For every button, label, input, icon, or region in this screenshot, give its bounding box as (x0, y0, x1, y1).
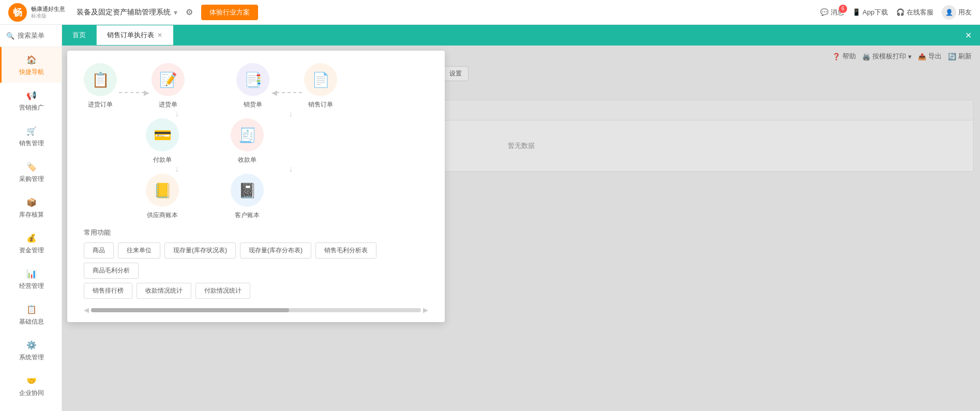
sidebar-item-system[interactable]: ⚙️ 系统管理 (0, 332, 62, 368)
system-icon: ⚙️ (25, 339, 38, 351)
workflow-node-sales-order[interactable]: 📄 销售订单 (304, 63, 337, 109)
sidebar-item-quick[interactable]: 🏠 快捷导航 (0, 47, 62, 83)
app-download-action[interactable]: 📱 App下载 (852, 8, 888, 17)
settings-button[interactable]: ⚙ (184, 5, 195, 19)
tabbar-close-button[interactable]: ✕ (957, 31, 980, 40)
func-btns-row1: 商品 往来单位 现存量(库存状况表) 现存量(库存分布表) 销售毛利分析表 商品… (84, 242, 428, 279)
sales-bill-circle: 📑 (236, 63, 269, 96)
workflow-diagram: 📋 进货订单 ▶ 📝 进货单 (84, 63, 428, 220)
logo-area: 畅 畅康通好生意 标准版 (8, 3, 70, 22)
func-btn-product-profit[interactable]: 商品毛利分析 (84, 263, 139, 279)
purchase-bill-label: 进货单 (159, 100, 177, 109)
common-functions-title: 常用功能 (84, 228, 428, 237)
sidebar-item-sales[interactable]: 🛒 销售管理 (0, 118, 62, 154)
workflow-node-purchase-bill[interactable]: 📝 进货单 (152, 63, 185, 109)
sales-order-circle: 📄 (304, 63, 337, 96)
func-btn-stock-dist[interactable]: 现存量(库存分布表) (240, 242, 311, 258)
topbar: 畅 畅康通好生意 标准版 装备及固定资产辅助管理系统 ▾ ⚙ 体验行业方案 💬 … (0, 0, 980, 25)
func-btn-stock-status[interactable]: 现存量(库存状况表) (164, 242, 236, 258)
main-content: 首页 销售订单执行表 ✕ ✕ ❓ 帮助 🖨️ 按模板打印 (62, 25, 980, 411)
sales-order-label: 销售订单 (308, 100, 333, 109)
workflow-node-payment[interactable]: 💳 付款单 (146, 118, 179, 164)
sidebar-item-inventory[interactable]: 📦 库存核算 (0, 190, 62, 225)
sidebar-item-purchase[interactable]: 🏷️ 采购管理 (0, 154, 62, 190)
sales-bill-label: 销货单 (244, 100, 262, 109)
sidebar-item-marketing[interactable]: 📢 营销推广 (0, 83, 62, 118)
popup-overlay[interactable]: 📋 进货订单 ▶ 📝 进货单 (62, 45, 980, 411)
avatar: 👤 (942, 5, 956, 20)
tab-sales-order[interactable]: 销售订单执行表 ✕ (97, 25, 173, 45)
workflow-node-customer-ledger[interactable]: 📓 客户账本 (231, 174, 264, 220)
customer-ledger-label: 客户账本 (235, 211, 260, 220)
supplier-ledger-circle: 📒 (146, 174, 179, 207)
user-action[interactable]: 👤 用友 (942, 5, 972, 20)
func-btns-row2: 销售排行榜 收款情况统计 付款情况统计 (84, 283, 428, 299)
purchase-order-label: 进货订单 (88, 100, 113, 109)
workflow-node-receipt[interactable]: 🧾 收款单 (231, 118, 264, 164)
sidebar-item-finance[interactable]: 💰 资金管理 (0, 225, 62, 261)
payment-circle: 💳 (146, 118, 179, 151)
customer-service-action[interactable]: 🎧 在线客服 (896, 8, 933, 17)
marketing-icon: 📢 (25, 89, 38, 101)
finance-icon: 💰 (25, 232, 38, 244)
sidebar-item-collab[interactable]: 🤝 企业协同 (0, 368, 62, 404)
purchase-bill-circle: 📝 (152, 63, 185, 96)
workflow-node-sales-bill[interactable]: 📑 销货单 (236, 63, 269, 109)
operations-icon: 📊 (25, 267, 38, 280)
scroll-left-icon[interactable]: ◀ (84, 306, 89, 314)
service-icon: 🎧 (896, 8, 904, 16)
sales-icon: 🛒 (25, 125, 38, 137)
system-title: 装备及固定资产辅助管理系统 ▾ (77, 8, 177, 17)
message-badge: 6 (839, 5, 847, 13)
scrollbar-thumb (91, 308, 289, 312)
content-area: ❓ 帮助 🖨️ 按模板打印 ▾ 📤 导出 🔄 刷新 (62, 45, 980, 411)
messages-action[interactable]: 💬 消息 6 (820, 8, 844, 17)
logo-text: 畅康通好生意 标准版 (31, 5, 65, 19)
sidebar-item-newbie[interactable]: 🌟 新手引导 (0, 404, 62, 411)
func-btn-partners[interactable]: 往来单位 (118, 242, 160, 258)
func-btn-receipt-stats[interactable]: 收款情况统计 (137, 283, 191, 299)
sidebar-item-basic[interactable]: 📋 基础信息 (0, 297, 62, 332)
func-btn-sales-profit[interactable]: 销售毛利分析表 (315, 242, 376, 258)
purchase-icon: 🏷️ (25, 160, 38, 173)
inventory-icon: 📦 (25, 196, 38, 208)
supplier-ledger-label: 供应商账本 (147, 211, 178, 220)
trial-button[interactable]: 体验行业方案 (201, 5, 258, 20)
func-btn-payment-stats[interactable]: 付款情况统计 (195, 283, 250, 299)
dropdown-arrow-icon[interactable]: ▾ (174, 8, 177, 17)
func-btn-sales-rank[interactable]: 销售排行榜 (84, 283, 132, 299)
home-icon: 🏠 (25, 53, 38, 66)
receipt-label: 收款单 (238, 156, 257, 164)
popup-scrollbar[interactable]: ◀ ▶ (84, 303, 428, 314)
topbar-right: 💬 消息 6 📱 App下载 🎧 在线客服 👤 用友 (820, 5, 972, 20)
workflow-node-supplier-ledger[interactable]: 📒 供应商账本 (146, 174, 179, 220)
search-menu[interactable]: 🔍 搜索菜单 (0, 25, 62, 47)
logo-icon: 畅 (8, 3, 27, 22)
collab-icon: 🤝 (25, 374, 38, 387)
scrollbar-track[interactable] (91, 308, 421, 312)
sidebar: 🔍 搜索菜单 🏠 快捷导航 📢 营销推广 🛒 销售管理 🏷️ 采购管理 📦 库存… (0, 25, 62, 411)
customer-ledger-circle: 📓 (231, 174, 264, 207)
tab-close-icon[interactable]: ✕ (157, 32, 162, 39)
tab-home[interactable]: 首页 (62, 25, 97, 45)
payment-label: 付款单 (153, 156, 172, 164)
message-icon: 💬 (820, 8, 828, 16)
tabbar: 首页 销售订单执行表 ✕ ✕ (62, 25, 980, 45)
workflow-node-purchase-order[interactable]: 📋 进货订单 (84, 63, 117, 109)
scroll-right-icon[interactable]: ▶ (423, 306, 428, 314)
receipt-circle: 🧾 (231, 118, 264, 151)
purchase-order-circle: 📋 (84, 63, 117, 96)
popup-panel: 📋 进货订单 ▶ 📝 进货单 (67, 51, 445, 322)
common-functions: 常用功能 商品 往来单位 现存量(库存状况表) 现存量(库存分布表) 销售毛利分… (84, 228, 428, 299)
basic-icon: 📋 (25, 303, 38, 315)
sidebar-item-operations[interactable]: 📊 经营管理 (0, 261, 62, 297)
search-icon: 🔍 (6, 32, 14, 40)
main-layout: 🔍 搜索菜单 🏠 快捷导航 📢 营销推广 🛒 销售管理 🏷️ 采购管理 📦 库存… (0, 25, 980, 411)
download-icon: 📱 (852, 8, 861, 16)
func-btn-product[interactable]: 商品 (84, 242, 114, 258)
